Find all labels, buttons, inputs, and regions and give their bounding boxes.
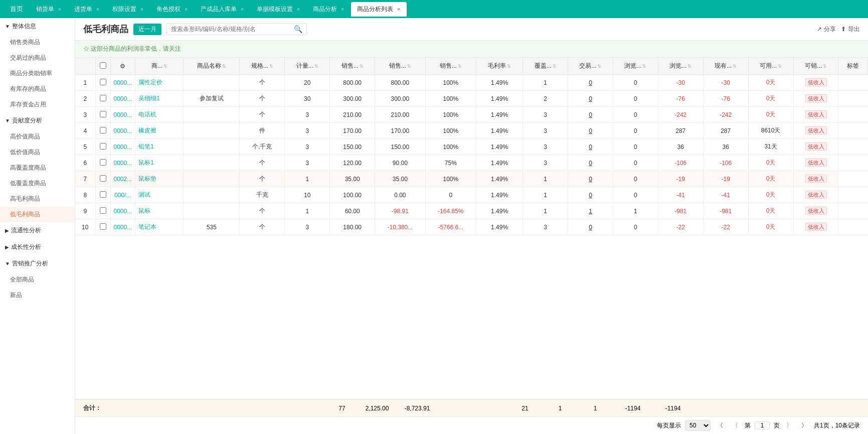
cell-name[interactable]: 笔记本: [135, 219, 184, 235]
cell-check[interactable]: [95, 75, 110, 91]
nav-finished-goods[interactable]: 产成品入库单 ×: [195, 2, 250, 17]
cell-name[interactable]: 鼠标1: [135, 155, 184, 171]
search-input[interactable]: [171, 26, 294, 33]
cell-browse1[interactable]: 0: [568, 75, 613, 91]
cell-check[interactable]: [95, 171, 110, 187]
col-header-coverage[interactable]: 覆盖...⇅: [523, 58, 568, 75]
nav-purchase[interactable]: 进货单 ×: [68, 2, 105, 17]
col-header-sales-price[interactable]: 销售...⇅: [375, 58, 425, 75]
nav-product-analysis[interactable]: 商品分析 ×: [307, 2, 350, 17]
col-header-sales-qty[interactable]: 销售...⇅: [330, 58, 375, 75]
cell-browse1[interactable]: 1: [568, 203, 613, 219]
sidebar-item-high-margin[interactable]: 高毛利商品: [0, 191, 75, 207]
row-checkbox[interactable]: [100, 111, 106, 117]
cell-check[interactable]: [95, 91, 110, 107]
nav-close-permissions[interactable]: ×: [140, 6, 143, 12]
sidebar-section-growth[interactable]: ▶ 成长性分析: [0, 239, 75, 255]
cell-browse1[interactable]: 0: [568, 171, 613, 187]
col-header-browse2[interactable]: 浏览...⇅: [658, 58, 703, 75]
cell-check[interactable]: [95, 219, 110, 235]
sidebar-section-contribution[interactable]: ▼ 贡献度分析: [0, 112, 75, 129]
col-header-name[interactable]: 商品名称⇅: [184, 58, 240, 75]
nav-home[interactable]: 首页: [4, 2, 29, 17]
col-header-unit[interactable]: 计量...⇅: [285, 58, 330, 75]
nav-sales[interactable]: 销货单 ×: [30, 2, 67, 17]
sidebar-item-sales-goods[interactable]: 销售类商品: [0, 35, 75, 50]
per-page-select[interactable]: 50 100 200: [685, 420, 711, 431]
sidebar-item-low-margin[interactable]: 低毛利商品: [0, 207, 75, 222]
cell-name[interactable]: 测试: [135, 187, 184, 203]
col-header-tag[interactable]: 标签: [838, 58, 868, 75]
row-checkbox[interactable]: [100, 207, 106, 214]
nav-close-product-analysis-list[interactable]: ×: [397, 6, 400, 12]
row-checkbox[interactable]: [100, 223, 106, 230]
cell-name[interactable]: 鼠标: [135, 203, 184, 219]
select-all-checkbox[interactable]: [100, 62, 106, 69]
cell-name[interactable]: 鼠标垫: [135, 171, 184, 187]
sidebar-item-new-goods[interactable]: 新品: [0, 287, 75, 303]
col-header-browse1[interactable]: 浏览...⇅: [613, 58, 658, 75]
cell-browse1[interactable]: 0: [568, 139, 613, 155]
cell-name[interactable]: 吴细细1: [135, 91, 184, 107]
cell-name[interactable]: 属性定价: [135, 75, 184, 91]
nav-close-sales[interactable]: ×: [58, 6, 61, 12]
row-checkbox[interactable]: [100, 159, 106, 166]
cell-browse1[interactable]: 0: [568, 187, 613, 203]
cell-browse1[interactable]: 0: [568, 155, 613, 171]
sidebar-item-in-stock[interactable]: 有库存的商品: [0, 81, 75, 97]
row-checkbox[interactable]: [100, 191, 106, 198]
pag-current-page-input[interactable]: [755, 421, 770, 429]
cell-browse1[interactable]: 0: [568, 123, 613, 139]
nav-close-product-analysis[interactable]: ×: [341, 6, 344, 12]
cell-browse1[interactable]: 0: [568, 91, 613, 107]
col-header-spec[interactable]: 规格...⇅: [240, 58, 285, 75]
sidebar-item-all-goods[interactable]: 全部商品: [0, 272, 75, 287]
nav-close-template-settings[interactable]: ×: [297, 6, 300, 12]
row-checkbox[interactable]: [100, 143, 106, 150]
cell-check[interactable]: [95, 139, 110, 155]
cell-browse1[interactable]: 0: [568, 219, 613, 235]
col-header-current-stock[interactable]: 现有...⇅: [703, 58, 748, 75]
pag-prev[interactable]: 〈: [730, 420, 741, 431]
nav-close-roles[interactable]: ×: [185, 6, 188, 12]
sidebar-item-low-coverage[interactable]: 低覆盖度商品: [0, 176, 75, 191]
col-header-sellable[interactable]: 可销...⇅: [793, 58, 838, 75]
nav-template-settings[interactable]: 单据模板设置 ×: [251, 2, 306, 17]
row-checkbox[interactable]: [100, 175, 106, 182]
share-button[interactable]: ↗ 分享: [817, 25, 836, 34]
sidebar-section-marketing[interactable]: ▼ 营销推广分析: [0, 255, 75, 272]
cell-check[interactable]: [95, 187, 110, 203]
pag-next-next[interactable]: 》: [799, 420, 810, 431]
sidebar-section-overall[interactable]: ▼ 整体信息: [0, 18, 75, 35]
cell-check[interactable]: [95, 155, 110, 171]
row-checkbox[interactable]: [100, 79, 106, 85]
nav-product-analysis-list[interactable]: 商品分析列表 ×: [351, 2, 406, 17]
sidebar-item-category-rate[interactable]: 商品分类助销率: [0, 66, 75, 81]
cell-name[interactable]: 电话机: [135, 107, 184, 123]
cell-check[interactable]: [95, 107, 110, 123]
export-button[interactable]: ⬆ 导出: [841, 25, 860, 34]
row-checkbox[interactable]: [100, 95, 106, 101]
cell-check[interactable]: [95, 203, 110, 219]
sidebar-section-liquidity[interactable]: ▶ 流通性分析: [0, 222, 75, 239]
nav-close-finished-goods[interactable]: ×: [241, 6, 244, 12]
sidebar-item-high-value[interactable]: 高价值商品: [0, 129, 75, 144]
col-header-transaction[interactable]: 交易...⇅: [568, 58, 613, 75]
cell-browse1[interactable]: 0: [568, 107, 613, 123]
cell-name[interactable]: 铅笔1: [135, 139, 184, 155]
col-header-settings[interactable]: ⚙: [110, 58, 135, 75]
col-header-gross-margin[interactable]: 毛利率⇅: [476, 58, 523, 75]
sidebar-item-high-coverage[interactable]: 高覆盖度商品: [0, 160, 75, 176]
nav-roles[interactable]: 角色授权 ×: [150, 2, 194, 17]
sidebar-item-low-value[interactable]: 低价值商品: [0, 144, 75, 160]
sidebar-item-traded-goods[interactable]: 交易过的商品: [0, 50, 75, 66]
pag-prev-prev[interactable]: 《: [715, 420, 726, 431]
sidebar-item-capital-usage[interactable]: 库存资金占用: [0, 97, 75, 112]
col-header-available[interactable]: 可用...⇅: [748, 58, 793, 75]
col-header-code[interactable]: 商...⇅: [135, 58, 184, 75]
nav-permissions[interactable]: 权限设置 ×: [106, 2, 149, 17]
date-filter-button[interactable]: 近一月: [133, 24, 161, 35]
nav-close-purchase[interactable]: ×: [96, 6, 99, 12]
search-icon[interactable]: 🔍: [294, 25, 302, 33]
cell-name[interactable]: 橡皮擦: [135, 123, 184, 139]
